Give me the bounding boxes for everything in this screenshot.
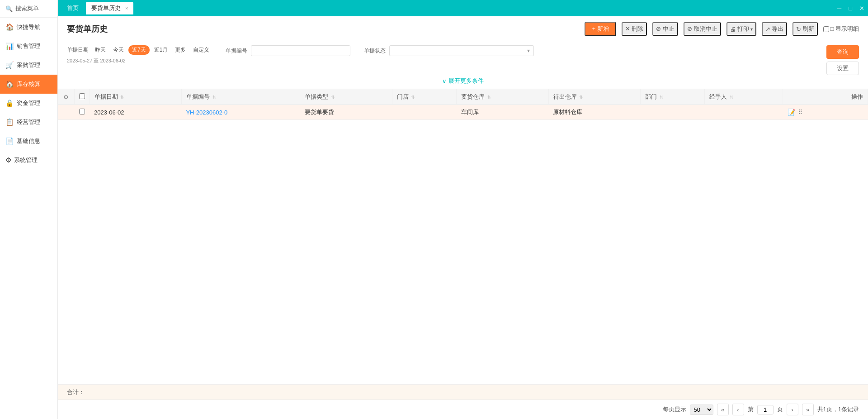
col-order-type[interactable]: 单据类型 ⇅ bbox=[300, 89, 392, 105]
refresh-icon: ↻ bbox=[796, 26, 801, 33]
refresh-button[interactable]: ↻ 刷新 bbox=[793, 22, 818, 36]
sidebar-item-purchase[interactable]: 🛒 采购管理 bbox=[0, 56, 57, 75]
window-close-btn[interactable]: ✕ bbox=[859, 5, 864, 12]
sidebar-item-label: 经营管理 bbox=[17, 118, 40, 126]
sidebar-item-basic[interactable]: 📄 基础信息 bbox=[0, 132, 57, 151]
row-store bbox=[392, 105, 456, 120]
per-page-select[interactable]: 50 10 20 100 bbox=[690, 405, 713, 415]
row-actions: 📝 ⠿ bbox=[788, 109, 863, 116]
col-order-type-label: 单据类型 bbox=[305, 93, 328, 100]
tab-order-history[interactable]: 要货单历史 × bbox=[86, 2, 133, 14]
sort-icon-require-warehouse: ⇅ bbox=[487, 95, 491, 100]
window-maximize-btn[interactable]: □ bbox=[849, 5, 852, 12]
print-dropdown-icon: ▾ bbox=[750, 27, 753, 32]
col-order-no-label: 单据编号 bbox=[186, 93, 210, 100]
new-button[interactable]: + 新增 bbox=[585, 22, 616, 36]
date-btn-7days[interactable]: 近7天 bbox=[128, 45, 150, 55]
date-btn-1month[interactable]: 近1月 bbox=[151, 45, 171, 55]
cart-icon: 🛒 bbox=[5, 61, 14, 69]
last-page-btn[interactable]: » bbox=[802, 404, 814, 415]
col-store-label: 门店 bbox=[397, 93, 409, 100]
col-department-label: 部门 bbox=[645, 93, 657, 100]
print-button[interactable]: 🖨 🖨 打印 打印 ▾ bbox=[726, 22, 756, 36]
sidebar-item-label: 采购管理 bbox=[17, 61, 40, 69]
table-footer: 合计： bbox=[58, 384, 868, 400]
expand-more-btn[interactable]: ∨ 展开更多条件 bbox=[67, 75, 859, 89]
per-page-label: 每页显示 bbox=[663, 405, 686, 414]
sum-label: 合计： bbox=[67, 388, 85, 396]
export-button[interactable]: ↗ 导出 bbox=[762, 22, 787, 36]
main-area: 首页 要货单历史 × ─ □ ✕ 要货单历史 + 新增 ✕ 删除 ⊘ 中止 ⊘ … bbox=[58, 0, 868, 419]
sort-icon-order-type: ⇅ bbox=[331, 95, 335, 100]
page-suffix: 页 bbox=[777, 405, 783, 414]
window-minimize-btn[interactable]: ─ bbox=[837, 5, 841, 12]
col-order-no[interactable]: 单据编号 ⇅ bbox=[181, 89, 300, 105]
print-icon: 🖨 bbox=[730, 26, 736, 33]
row-actions-cell: 📝 ⠿ bbox=[783, 105, 868, 120]
sidebar-item-label: 基础信息 bbox=[17, 137, 40, 145]
col-handler-label: 经手人 bbox=[709, 93, 727, 100]
query-button[interactable]: 查询 bbox=[826, 45, 859, 59]
tab-home[interactable]: 首页 bbox=[61, 2, 84, 14]
date-btn-today[interactable]: 今天 bbox=[110, 45, 127, 55]
select-all-checkbox[interactable] bbox=[79, 93, 85, 99]
export-icon: ↗ bbox=[765, 26, 770, 33]
row-order-no-link[interactable]: YH-20230602-0 bbox=[186, 109, 227, 116]
row-checkbox-cell[interactable] bbox=[74, 105, 90, 120]
toolbar: + 新增 ✕ 删除 ⊘ 中止 ⊘ 取消中止 🖨 🖨 打印 打印 ▾ ↗ 导出 bbox=[585, 22, 859, 36]
row-require-warehouse: 车间库 bbox=[457, 105, 548, 120]
date-btn-more[interactable]: 更多 bbox=[172, 45, 189, 55]
clipboard-icon: 📋 bbox=[5, 118, 14, 126]
total-label: 共1页，1条记录 bbox=[817, 405, 859, 414]
date-btn-custom[interactable]: 自定义 bbox=[190, 45, 212, 55]
col-pending-warehouse[interactable]: 待出仓库 ⇅ bbox=[548, 89, 640, 105]
row-edit-btn[interactable]: 📝 bbox=[788, 109, 795, 116]
prev-page-btn[interactable]: ‹ bbox=[732, 404, 744, 415]
row-department bbox=[640, 105, 704, 120]
date-btn-yesterday[interactable]: 昨天 bbox=[92, 45, 108, 55]
col-handler[interactable]: 经手人 ⇅ bbox=[705, 89, 783, 105]
sidebar-item-label: 系统管理 bbox=[14, 156, 38, 164]
col-require-warehouse[interactable]: 要货仓库 ⇅ bbox=[457, 89, 548, 105]
sidebar-item-finance[interactable]: 🔒 资金管理 bbox=[0, 94, 57, 113]
status-label: 单据状态 bbox=[364, 47, 386, 55]
sidebar-search-label: 搜索菜单 bbox=[15, 5, 39, 13]
settings-col-header[interactable]: ⚙ bbox=[58, 89, 74, 105]
chart-icon: 📊 bbox=[5, 42, 14, 50]
sidebar-item-operation[interactable]: 📋 经营管理 bbox=[0, 113, 57, 132]
filter-setting-button[interactable]: 设置 bbox=[826, 62, 859, 75]
next-page-btn[interactable]: › bbox=[787, 404, 798, 415]
table-header-row: ⚙ 单据日期 ⇅ 单据编号 ⇅ 单据类型 bbox=[58, 89, 868, 105]
order-no-input[interactable] bbox=[251, 45, 350, 56]
stop-button[interactable]: ⊘ 中止 bbox=[652, 22, 678, 36]
row-order-type: 要货单要货 bbox=[300, 105, 392, 120]
tab-close-icon[interactable]: × bbox=[125, 5, 128, 11]
tab-bar: 首页 要货单历史 × ─ □ ✕ bbox=[58, 0, 868, 16]
cancel-stop-button[interactable]: ⊘ 取消中止 bbox=[684, 22, 721, 36]
sidebar-search[interactable]: 🔍 搜索菜单 bbox=[0, 0, 57, 18]
delete-button[interactable]: ✕ 删除 bbox=[622, 22, 647, 36]
row-order-no: YH-20230602-0 bbox=[181, 105, 300, 120]
first-page-btn[interactable]: « bbox=[717, 404, 729, 415]
sidebar-item-inventory[interactable]: 🏠 库存核算 bbox=[0, 75, 57, 94]
col-date[interactable]: 单据日期 ⇅ bbox=[90, 89, 181, 105]
sidebar-item-system[interactable]: ⚙ 系统管理 bbox=[0, 151, 57, 170]
display-detail-checkbox[interactable] bbox=[823, 26, 829, 32]
row-detail-btn[interactable]: ⠿ bbox=[798, 109, 802, 116]
display-detail-button[interactable]: □ 显示明细 bbox=[823, 25, 859, 33]
sort-icon-department: ⇅ bbox=[660, 95, 663, 100]
sidebar-item-sales[interactable]: 📊 销售管理 bbox=[0, 37, 57, 56]
pagination-bar: 每页显示 50 10 20 100 « ‹ 第 页 › » 共1页，1条记录 bbox=[58, 400, 868, 419]
sort-icon-store: ⇅ bbox=[411, 95, 415, 100]
page-header: 要货单历史 + 新增 ✕ 删除 ⊘ 中止 ⊘ 取消中止 🖨 🖨 打印 打印 ▾ … bbox=[58, 16, 868, 89]
sidebar-item-quick-nav[interactable]: 🏠 快捷导航 bbox=[0, 18, 57, 37]
col-department[interactable]: 部门 ⇅ bbox=[640, 89, 704, 105]
sort-icon-handler: ⇅ bbox=[730, 95, 733, 100]
row-checkbox[interactable] bbox=[79, 109, 85, 114]
checkbox-col-header[interactable] bbox=[74, 89, 90, 105]
status-dropdown-icon: ▾ bbox=[527, 48, 530, 54]
status-select[interactable]: ▾ bbox=[389, 45, 534, 56]
col-store[interactable]: 门店 ⇅ bbox=[392, 89, 456, 105]
gear-icon: ⚙ bbox=[5, 156, 11, 164]
page-input[interactable] bbox=[757, 405, 774, 414]
